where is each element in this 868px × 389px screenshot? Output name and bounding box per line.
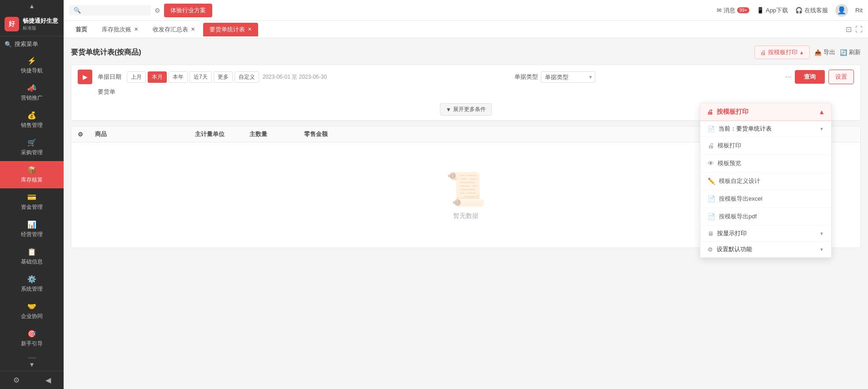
- app-download-label: App下载: [766, 6, 788, 15]
- filter-toggle-button[interactable]: ▶: [78, 70, 92, 84]
- tabs-bar: 首页 库存批次账 ✕ 收发存汇总表 ✕ 要货单统计表 ✕ ⊡ ⛶: [64, 21, 868, 38]
- sidebar-item-quick-nav[interactable]: ⚡ 快捷导航: [0, 52, 64, 79]
- price-col-label: 零售金额: [304, 131, 328, 137]
- more-options-icon[interactable]: ···: [785, 73, 791, 81]
- marketing-label: 营销推广: [21, 94, 43, 102]
- dropdown-item-export-pdf[interactable]: 📄 按模板导出pdf: [700, 208, 831, 226]
- marketing-icon: 📣: [27, 84, 36, 92]
- display-print-chevron: ▼: [819, 231, 824, 236]
- col-settings[interactable]: ⚙: [71, 131, 90, 138]
- settings-bottom-icon[interactable]: ⚙: [13, 376, 20, 384]
- app-download-button[interactable]: 📱 App下载: [757, 6, 788, 15]
- default-func-item[interactable]: ⚙ 设置默认功能 ▼: [700, 242, 831, 258]
- tab-order-stats-label: 要货单统计表: [210, 25, 245, 34]
- search-label: 搜索菜单: [15, 40, 38, 48]
- dropdown-title: 🖨 按模板打印: [707, 108, 748, 116]
- topbar-search-input[interactable]: [83, 7, 137, 14]
- sidebar-nav: ⚡ 快捷导航 📣 营销推广 💰 销售管理 🛒 采购管理 📦 库存核算 💳 资金管…: [0, 52, 64, 359]
- sidebar-item-operation[interactable]: 📊 经营管理: [0, 216, 64, 243]
- doc-type-label: 单据类型: [514, 73, 538, 81]
- tab-receipt-summary[interactable]: 收发存汇总表 ✕: [146, 23, 201, 36]
- tabs-expand-icon[interactable]: ⊡: [846, 25, 852, 34]
- edition-label: 标准版: [23, 25, 58, 31]
- yaohuodan-filter-label: 要货单: [98, 88, 115, 96]
- expand-chevron-icon: ▼: [446, 106, 451, 113]
- date-btn-custom[interactable]: 自定义: [234, 71, 259, 83]
- tab-inventory-batch-label: 库存批次账: [102, 25, 131, 34]
- export-label: 导出: [823, 48, 835, 56]
- date-btn-more[interactable]: 更多: [214, 71, 233, 83]
- online-service-label: 在线客服: [804, 6, 828, 15]
- tabs-fullscreen-icon[interactable]: ⛶: [855, 25, 863, 34]
- message-button[interactable]: ✉ 消息 99+: [717, 6, 749, 15]
- dropdown-close-button[interactable]: ▲: [818, 108, 825, 116]
- basic-icon: 📋: [27, 248, 36, 256]
- export-icon: 📤: [814, 49, 822, 56]
- date-btn-7days[interactable]: 近7天: [190, 71, 212, 83]
- print-dropdown-popup: 🖨 按模板打印 ▲ 📄 当前：要货单统计表 ▼ 🖨 模板打印: [700, 103, 832, 258]
- template-print-label: 模板打印: [718, 141, 741, 150]
- tab-inventory-batch[interactable]: 库存批次账 ✕: [95, 23, 145, 36]
- doc-type-select[interactable]: 单据类型: [541, 71, 595, 83]
- dropdown-item-template-design[interactable]: ✏️ 模板自定义设计: [700, 172, 831, 190]
- template-design-icon: ✏️: [708, 177, 715, 185]
- page-header: 要货单统计表(按商品) 🖨 按模板打印 ▲ 📤 导出 🔄 刷新: [71, 45, 861, 59]
- tab-order-stats[interactable]: 要货单统计表 ✕: [203, 23, 258, 36]
- sidebar-item-enterprise[interactable]: 🤝 企业协同: [0, 298, 64, 325]
- display-print-item[interactable]: 🖥 按显示打印 ▼: [700, 226, 831, 242]
- export-button[interactable]: 📤 导出: [814, 48, 835, 56]
- sidebar-item-guide[interactable]: 🎯 新手引导: [0, 325, 64, 352]
- date-btn-last-month[interactable]: 上月: [127, 71, 146, 83]
- export-pdf-label: 按模板导出pdf: [719, 212, 757, 221]
- sidebar-search[interactable]: 🔍 搜索菜单: [0, 36, 64, 52]
- sidebar-logo: 好 畅捷通好生意 标准版: [0, 12, 64, 36]
- topbar-gear-icon[interactable]: ⚙: [155, 7, 160, 14]
- query-button[interactable]: 查询: [795, 70, 825, 84]
- export-excel-label: 按模板导出excel: [719, 195, 762, 203]
- quick-nav-label: 快捷导航: [21, 67, 43, 75]
- sidebar-item-sales[interactable]: 💰 销售管理: [0, 106, 64, 134]
- operation-label: 经营管理: [21, 231, 43, 238]
- quantity-col-label: 主数量: [249, 131, 267, 137]
- tab-receipt-summary-close[interactable]: ✕: [191, 26, 195, 32]
- industry-solution-button[interactable]: 体验行业方案: [164, 4, 212, 17]
- current-template-label: 当前：要货单统计表: [718, 125, 772, 133]
- sidebar-item-apps[interactable]: 🔲 应用中心: [0, 352, 64, 359]
- online-service-button[interactable]: 🎧 在线客服: [795, 6, 828, 15]
- sidebar-scroll-down[interactable]: ▼: [27, 359, 36, 370]
- dropdown-item-template-print[interactable]: 🖨 模板打印: [700, 137, 831, 155]
- current-template-chevron: ▼: [819, 126, 824, 131]
- sidebar-item-inventory[interactable]: 📦 库存核算: [0, 161, 64, 188]
- sidebar-item-marketing[interactable]: 📣 营销推广: [0, 79, 64, 106]
- dropdown-item-export-excel[interactable]: 📄 按模板导出excel: [700, 190, 831, 208]
- template-preview-icon: 👁: [708, 160, 714, 167]
- tab-home[interactable]: 首页: [69, 23, 94, 36]
- tab-order-stats-close[interactable]: ✕: [248, 26, 252, 32]
- sidebar-scroll-up[interactable]: ▲: [27, 1, 36, 11]
- dropdown-item-template-preview[interactable]: 👁 模板预览: [700, 155, 831, 172]
- date-btn-this-month[interactable]: 本月: [148, 71, 167, 83]
- column-settings-icon[interactable]: ⚙: [78, 131, 83, 138]
- sidebar-item-system[interactable]: ⚙️ 系统管理: [0, 270, 64, 298]
- sidebar-item-basic[interactable]: 📋 基础信息: [0, 243, 64, 270]
- date-range-display: 2023-06-01 至 2023-06-30: [263, 73, 327, 81]
- brand-name: 畅捷通好生意: [23, 17, 58, 25]
- print-template-button[interactable]: 🖨 按模板打印 ▲: [754, 45, 810, 59]
- tab-inventory-batch-close[interactable]: ✕: [134, 26, 138, 32]
- sidebar-item-finance[interactable]: 💳 资金管理: [0, 188, 64, 216]
- date-filter-label: 单据日期: [98, 73, 121, 81]
- message-label: 消息: [723, 6, 735, 15]
- username-label[interactable]: Rit: [855, 7, 863, 14]
- refresh-button[interactable]: 🔄 刷新: [840, 48, 861, 56]
- expand-more-button[interactable]: ▼ 展开更多条件: [440, 103, 492, 116]
- purchase-label: 采购管理: [21, 149, 43, 157]
- collapse-sidebar-icon[interactable]: ◀: [45, 376, 51, 384]
- date-btn-this-year[interactable]: 本年: [169, 71, 188, 83]
- display-print-icon: 🖥: [708, 230, 713, 237]
- settings-button[interactable]: 设置: [828, 70, 854, 84]
- current-template-item[interactable]: 📄 当前：要货单统计表 ▼: [700, 121, 831, 137]
- sidebar-item-purchase[interactable]: 🛒 采购管理: [0, 134, 64, 161]
- basic-label: 基础信息: [21, 258, 43, 266]
- page-content: 要货单统计表(按商品) 🖨 按模板打印 ▲ 📤 导出 🔄 刷新: [64, 38, 868, 389]
- user-avatar[interactable]: 👤: [835, 4, 848, 17]
